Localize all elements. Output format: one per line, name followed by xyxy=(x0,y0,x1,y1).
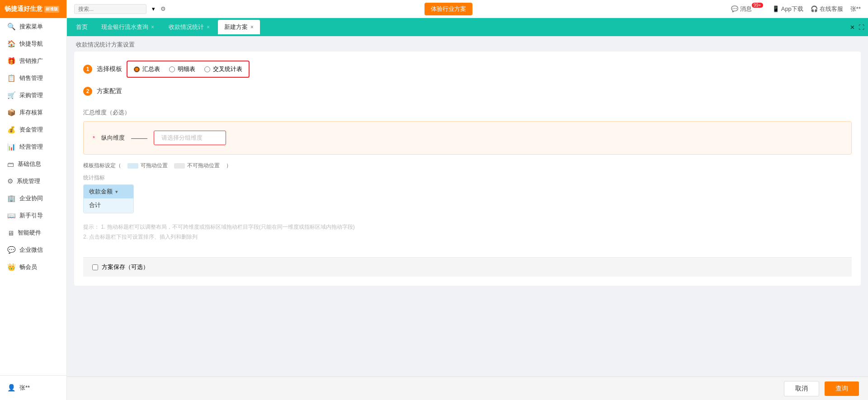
sidebar-item-inventory[interactable]: 📦库存核算 xyxy=(0,104,66,121)
sidebar-item-search-menu[interactable]: 🔍搜索菜单 xyxy=(0,18,66,35)
dim-placeholder: 请选择分组维度 xyxy=(161,134,203,141)
vertical-dim-label: 纵向维度 xyxy=(101,134,125,142)
top-header: ▾ ⚙ 体验行业方案 💬 消息 99+ 📱 App下载 🎧 在线客服 张** xyxy=(67,0,868,18)
sidebar-user-name: 张** xyxy=(19,384,30,392)
sidebar-item-purchase[interactable]: 🛒采购管理 xyxy=(0,87,66,104)
trial-button[interactable]: 体验行业方案 xyxy=(425,3,472,15)
metrics-col-1: 收款金额 ▾ 合计 xyxy=(84,185,133,213)
content-area: 收款情况统计方案设置 1 选择模板 汇总表 明细表 xyxy=(67,36,868,376)
tab-bar-left: 首页 现金银行流水查询×收款情况统计×新建方案× xyxy=(71,20,260,34)
sidebar-icon-marketing: 🎁 xyxy=(7,57,16,65)
download-item[interactable]: 📱 App下载 xyxy=(772,5,803,13)
tab-label-bank-flow: 现金银行流水查询 xyxy=(101,23,148,31)
metrics-section: 模板指标设定（ 可拖动位置 不可拖动位置 ） xyxy=(83,162,852,213)
sidebar-icon-operation: 📊 xyxy=(7,143,16,151)
metrics-container: 统计指标 收款金额 ▾ 合计 xyxy=(83,174,852,213)
radio-detail[interactable]: 明细表 xyxy=(169,65,195,73)
page-title: 收款情况统计方案设置 xyxy=(76,41,135,48)
step1-section: 1 选择模板 汇总表 明细表 交叉统计表 xyxy=(83,61,852,78)
sidebar-label-member: 畅会员 xyxy=(19,263,37,271)
message-badge: 99+ xyxy=(752,3,763,8)
sidebar-item-sales[interactable]: 📋销售管理 xyxy=(0,70,66,87)
legend-nondraggable: 不可拖动位置 xyxy=(174,162,220,169)
tab-bank-flow[interactable]: 现金银行流水查询× xyxy=(95,20,160,34)
sidebar-logo: 畅捷通好生意 标准版 xyxy=(0,0,66,18)
tip-line2: 2. 点击标题栏下拉可设置排序、插入列和删除列 xyxy=(83,232,852,242)
tab-new-plan[interactable]: 新建方案× xyxy=(218,20,260,34)
close-window-icon[interactable]: ✕ xyxy=(850,24,855,31)
tab-label-new-plan: 新建方案 xyxy=(224,23,248,31)
step1-header: 1 选择模板 汇总表 明细表 交叉统计表 xyxy=(83,61,852,78)
search-input[interactable] xyxy=(74,4,146,14)
chevron-down-icon[interactable]: ▾ xyxy=(152,5,155,12)
maximize-window-icon[interactable]: ⛶ xyxy=(859,24,864,31)
sidebar-label-quick-nav: 快捷导航 xyxy=(19,40,43,48)
sidebar-footer: 👤 张** xyxy=(0,375,66,400)
main-area: ▾ ⚙ 体验行业方案 💬 消息 99+ 📱 App下载 🎧 在线客服 张** xyxy=(67,0,868,400)
plan-save-label: 方案保存（可选） xyxy=(102,263,149,271)
sidebar-item-member[interactable]: 👑畅会员 xyxy=(0,259,66,276)
message-item[interactable]: 💬 消息 99+ xyxy=(731,5,765,13)
gear-icon[interactable]: ⚙ xyxy=(160,5,166,12)
bottom-bar: 取消 查询 xyxy=(67,376,868,400)
summary-dim-label: 汇总维度（必选） xyxy=(83,108,852,117)
radio-cross[interactable]: 交叉统计表 xyxy=(204,65,242,73)
sidebar-icon-finance: 💰 xyxy=(7,126,16,134)
step1-title: 选择模板 xyxy=(97,65,122,73)
nondraggable-dot xyxy=(174,163,185,169)
sidebar-label-search-menu: 搜索菜单 xyxy=(19,23,43,31)
tips-section: 提示： 1. 拖动标题栏可以调整布局，不可跨维度或指标区域拖动栏目字段(只能在同… xyxy=(83,222,852,242)
sidebar-icon-inventory: 📦 xyxy=(7,108,16,117)
sidebar-icon-quick-nav: 🏠 xyxy=(7,40,16,48)
download-icon: 📱 xyxy=(772,5,779,12)
sidebar-item-guide[interactable]: 📖新手引导 xyxy=(0,207,66,224)
sidebar-label-basic: 基础信息 xyxy=(18,160,41,168)
sidebar-item-system[interactable]: ⚙系统管理 xyxy=(0,173,66,190)
dimension-row: * 纵向维度 —— 请选择分组维度 xyxy=(93,131,842,145)
sidebar-icon-hardware: 🖥 xyxy=(7,229,14,237)
sidebar-label-operation: 经营管理 xyxy=(19,143,43,151)
user-account: 张** xyxy=(850,5,861,13)
radio-cross-label: 交叉统计表 xyxy=(213,65,242,73)
sidebar-label-purchase: 采购管理 xyxy=(19,91,43,99)
col-dropdown-icon[interactable]: ▾ xyxy=(115,189,118,195)
radio-summary[interactable]: 汇总表 xyxy=(134,65,160,73)
sidebar-label-marketing: 营销推广 xyxy=(19,57,43,65)
sidebar-icon-search-menu: 🔍 xyxy=(7,23,16,31)
sidebar-label-sales: 销售管理 xyxy=(19,74,43,82)
cancel-button[interactable]: 取消 xyxy=(784,381,819,396)
sidebar-item-operation[interactable]: 📊经营管理 xyxy=(0,138,66,155)
top-header-left: ▾ ⚙ xyxy=(74,4,166,14)
sidebar-label-system: 系统管理 xyxy=(17,177,40,185)
sidebar-item-wechat[interactable]: 💬企业微信 xyxy=(0,241,66,259)
tab-receipt-stat[interactable]: 收款情况统计× xyxy=(162,20,216,34)
config-box: * 纵向维度 —— 请选择分组维度 xyxy=(83,121,852,155)
tab-home[interactable]: 首页 xyxy=(71,20,93,34)
sidebar-item-quick-nav[interactable]: 🏠快捷导航 xyxy=(0,35,66,52)
stat-label: 统计指标 xyxy=(83,174,852,182)
sidebar-item-finance[interactable]: 💰资金管理 xyxy=(0,121,66,138)
plan-save-checkbox[interactable] xyxy=(92,264,98,270)
service-item[interactable]: 🎧 在线客服 xyxy=(811,5,843,13)
logo-badge: 标准版 xyxy=(44,6,59,13)
step1-badge: 1 xyxy=(83,65,92,74)
col-header[interactable]: 收款金额 ▾ xyxy=(84,185,133,198)
service-label: 在线客服 xyxy=(820,5,843,13)
tab-close-new-plan[interactable]: × xyxy=(250,24,254,30)
sidebar: 畅捷通好生意 标准版 🔍搜索菜单🏠快捷导航🎁营销推广📋销售管理🛒采购管理📦库存核… xyxy=(0,0,67,400)
tab-close-bank-flow[interactable]: × xyxy=(151,24,154,30)
template-options: 汇总表 明细表 交叉统计表 xyxy=(127,61,250,78)
sidebar-item-marketing[interactable]: 🎁营销推广 xyxy=(0,52,66,70)
sidebar-icon-member: 👑 xyxy=(7,263,16,271)
sidebar-item-hardware[interactable]: 🖥智能硬件 xyxy=(0,224,66,241)
query-button[interactable]: 查询 xyxy=(825,381,859,396)
sidebar-label-enterprise: 企业协同 xyxy=(19,194,43,202)
dim-input[interactable]: 请选择分组维度 xyxy=(154,131,226,145)
sidebar-item-user[interactable]: 👤 张** xyxy=(0,379,66,396)
step2-section: 2 方案配置 汇总维度（必选） * 纵向维度 —— 请选择分组 xyxy=(83,87,852,248)
sidebar-item-basic[interactable]: 🗃基础信息 xyxy=(0,155,66,173)
tab-close-receipt-stat[interactable]: × xyxy=(207,24,210,30)
sidebar-label-hardware: 智能硬件 xyxy=(18,229,41,237)
sidebar-item-enterprise[interactable]: 🏢企业协同 xyxy=(0,190,66,207)
sidebar-label-guide: 新手引导 xyxy=(19,212,43,220)
